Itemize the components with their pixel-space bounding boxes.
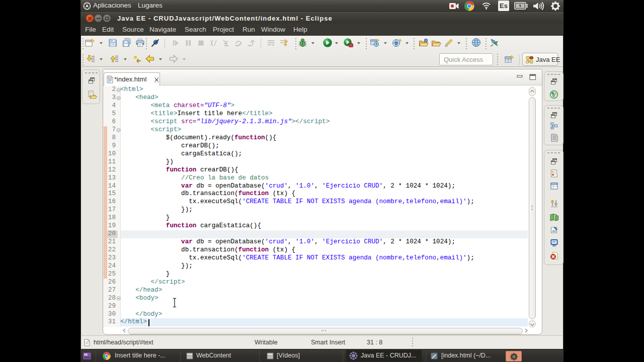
svg-text:S: S xyxy=(394,40,397,46)
